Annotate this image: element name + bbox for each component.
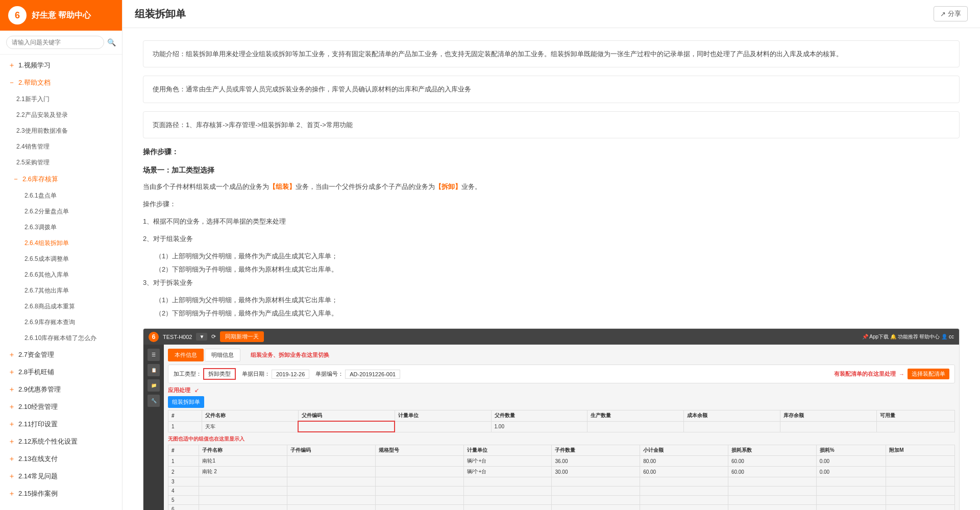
mock-field-group-date: 单据日期： 2019-12-26	[242, 370, 309, 379]
search-box: 🔍	[0, 31, 122, 55]
step1: 1、根据不同的业务，选择不同单据的类型来处理	[143, 215, 960, 228]
mock-body: ☰ 📋 📁 🔧 本件信息 明细信息	[143, 345, 959, 510]
mock-section-bar: 组装拆卸单	[168, 396, 204, 408]
minus-icon-2-6: －	[12, 175, 19, 184]
mock-refresh-icon: ⟳	[211, 333, 216, 340]
sidebar-item-2-9[interactable]: ＋ 2.9优惠券管理	[0, 381, 122, 398]
mock-th-unit: 计量单位	[395, 410, 491, 422]
text-zuzhuang: 【组装】	[269, 183, 296, 190]
mock-tab-add[interactable]: 本件信息	[168, 349, 204, 361]
mock-label-addtype: 加工类型：	[174, 370, 202, 378]
share-button[interactable]: ↗ 分享	[934, 6, 968, 21]
mock-label-code: 单据编号：	[315, 370, 344, 378]
search-input[interactable]	[6, 36, 104, 49]
plus-icon-2-8: ＋	[8, 368, 15, 377]
plus-icon-2-13: ＋	[8, 454, 15, 464]
mock-mini-sidebar: ☰ 📋 📁 🔧	[143, 345, 164, 510]
annotation-apply-text: 应用处理	[168, 386, 190, 394]
mock-bot-table: # 子件名称 子件编码 规格型号 计量单位 子件数量 小计金额 损耗系数 损耗%	[168, 445, 955, 510]
mock-bottom-annotation: 无图也适中的组值也在这里显示入	[168, 435, 955, 443]
sidebar-item-video[interactable]: ＋ 1.视频学习	[0, 57, 122, 74]
minus-icon: －	[8, 78, 15, 87]
annotation-arrow-2: ↙	[194, 387, 199, 394]
sidebar-item-2-8[interactable]: ＋ 2.8手机旺铺	[0, 363, 122, 381]
mock-sidebar-icon-2: 📋	[148, 364, 160, 376]
sidebar-item-2-6[interactable]: － 2.6库存核算	[0, 171, 122, 188]
text-chaijian: 【拆卸】	[435, 183, 461, 190]
sidebar-item-2-4[interactable]: 2.4销售管理	[0, 139, 122, 155]
mock-bom-btn[interactable]: 选择装配清单	[908, 369, 949, 379]
mock-input-addtype[interactable]: 拆卸类型	[203, 368, 236, 380]
sidebar-item-2-5[interactable]: 2.5采购管理	[0, 155, 122, 171]
plus-icon: ＋	[8, 61, 15, 70]
table-row: 4	[168, 487, 955, 496]
mock-tabs: 本件信息 明细信息	[168, 349, 240, 361]
step3-label: 3、对于拆装业务	[143, 276, 960, 289]
step2-label: 2、对于组装业务	[143, 232, 960, 246]
sidebar-item-2-6-9[interactable]: 2.6.9库存账本查询	[0, 314, 122, 330]
sidebar-item-2-7[interactable]: ＋ 2.7资金管理	[0, 346, 122, 363]
main-content: 组装拆卸单 ↗ 分享 功能介绍：组装拆卸单用来处理企业组装或拆卸等加工业务，支持…	[122, 0, 980, 510]
annotation-no-bom: 无图也适中的组值也在这里显示入	[168, 435, 244, 443]
sidebar-item-2-6-4[interactable]: 2.6.4组装拆卸单	[0, 235, 122, 251]
sidebar-item-2-6-3[interactable]: 2.6.3调拨单	[0, 220, 122, 235]
sidebar-item-2-15[interactable]: ＋ 2.15操作案例	[0, 485, 122, 502]
sidebar-item-docs[interactable]: － 2.帮助文档	[0, 74, 122, 91]
sidebar-item-2-6-1[interactable]: 2.6.1盘点单	[0, 188, 122, 204]
mock-top-table: # 父件名称 父件编码 计量单位 父件数量 生产数量 成本余额 库存余额 可用量	[168, 410, 955, 432]
mock-field-group-code: 单据编号： AD-20191226-001	[315, 370, 400, 379]
steps-heading: 操作步骤：	[143, 148, 960, 157]
sidebar-item-2-1[interactable]: 2.1新手入门	[0, 91, 122, 107]
mock-tab-manage[interactable]: 明细信息	[205, 349, 240, 361]
mock-app-topbar: 6 TEST-H002 ▼ ⟳ 同期新增一天 📌 App下载 🔔 功能推荐 帮助…	[143, 329, 959, 345]
sidebar-item-2-12[interactable]: ＋ 2.12系统个性化设置	[0, 433, 122, 450]
sidebar-item-2-2[interactable]: 2.2产品安装及登录	[0, 107, 122, 123]
sidebar-item-2-6-2[interactable]: 2.6.2分量盘点单	[0, 204, 122, 220]
sidebar-item-2-10[interactable]: ＋ 2.10经营管理	[0, 398, 122, 416]
annotation-bom-text: 有装配清单的在这里处理	[834, 370, 896, 378]
mock-input-code[interactable]: AD-20191226-001	[345, 370, 400, 379]
table-row: 1 天车 1.00	[168, 421, 955, 432]
mock-tab-row: 本件信息 明细信息 组装业务、拆卸业务在这里切换	[168, 349, 955, 361]
sidebar-item-2-6-10[interactable]: 2.6.10库存账本错了怎么办	[0, 330, 122, 346]
mock-annotation-area: 应用处理 ↙	[168, 386, 955, 394]
plus-icon-2-14: ＋	[8, 472, 15, 481]
mock-main-content: 本件信息 明细信息 组装业务、拆卸业务在这里切换 加工类型：	[164, 345, 959, 510]
annotation-switch-text: 组装业务、拆卸业务在这里切换	[251, 351, 329, 359]
mock-input-date[interactable]: 2019-12-26	[272, 370, 309, 379]
sidebar-item-2-6-6[interactable]: 2.6.6其他入库单	[0, 267, 122, 283]
logo-icon: 6	[8, 6, 27, 25]
mock-label-date: 单据日期：	[242, 370, 270, 378]
sidebar-item-2-13[interactable]: ＋ 2.13在线支付	[0, 450, 122, 468]
mock-topbar-id: TEST-H002	[163, 334, 192, 340]
mock-topbar-badge: ▼	[196, 333, 207, 341]
sidebar-item-2-6-5[interactable]: 2.6.5成本调整单	[0, 251, 122, 267]
mock-sidebar-icon-1: ☰	[148, 349, 160, 361]
sidebar-item-2-6-7[interactable]: 2.6.7其他出库单	[0, 283, 122, 299]
scene-heading: 场景一：加工类型选择	[143, 166, 960, 175]
search-button[interactable]: 🔍	[107, 38, 116, 46]
share-icon: ↗	[940, 10, 946, 18]
nav-section: ＋ 1.视频学习 － 2.帮助文档 2.1新手入门 2.2产品安装及登录 2.3…	[0, 55, 122, 504]
content-area: 功能介绍：组装拆卸单用来处理企业组装或拆卸等加工业务，支持有固定装配清单的产品加…	[122, 28, 980, 510]
intro-block-3: 页面路径：1、库存核算->库存管理->组装拆卸单 2、首页->常用功能	[143, 111, 960, 138]
mock-form-area: 加工类型： 拆卸类型 单据日期： 2019-12-26 单据编号： AD-201…	[168, 365, 955, 383]
sidebar-item-2-11[interactable]: ＋ 2.11打印设置	[0, 416, 122, 433]
intro-block-1: 功能介绍：组装拆卸单用来处理企业组装或拆卸等加工业务，支持有固定装配清单的产品加…	[143, 40, 960, 67]
sidebar: 6 好生意 帮助中心 🔍 ＋ 1.视频学习 － 2.帮助文档 2.1新手入门 2…	[0, 0, 122, 510]
table-row: 5	[168, 496, 955, 505]
page-title: 组装拆卸单	[135, 7, 186, 21]
mock-logo: 6	[149, 332, 159, 342]
mock-screen: 6 TEST-H002 ▼ ⟳ 同期新增一天 📌 App下载 🔔 功能推荐 帮助…	[143, 329, 959, 510]
table-row: 6	[168, 505, 955, 510]
plus-icon-2-12: ＋	[8, 437, 15, 446]
screenshot-container: 6 TEST-H002 ▼ ⟳ 同期新增一天 📌 App下载 🔔 功能推荐 帮助…	[143, 328, 960, 510]
intro-block-2: 使用角色：通常由生产人员或库管人员完成拆装业务的操作，库管人员确认原材料的出库和…	[143, 76, 960, 103]
mock-new-btn[interactable]: 同期新增一天	[220, 331, 264, 342]
sidebar-item-2-14[interactable]: ＋ 2.14常见问题	[0, 468, 122, 485]
sidebar-item-2-3[interactable]: 2.3使用前数据准备	[0, 123, 122, 139]
sidebar-item-2-6-8[interactable]: 2.6.8商品成本重算	[0, 299, 122, 314]
mock-th-avail: 可用量	[876, 410, 954, 422]
sidebar-title: 好生意 帮助中心	[32, 10, 91, 21]
plus-icon-2-10: ＋	[8, 402, 15, 411]
